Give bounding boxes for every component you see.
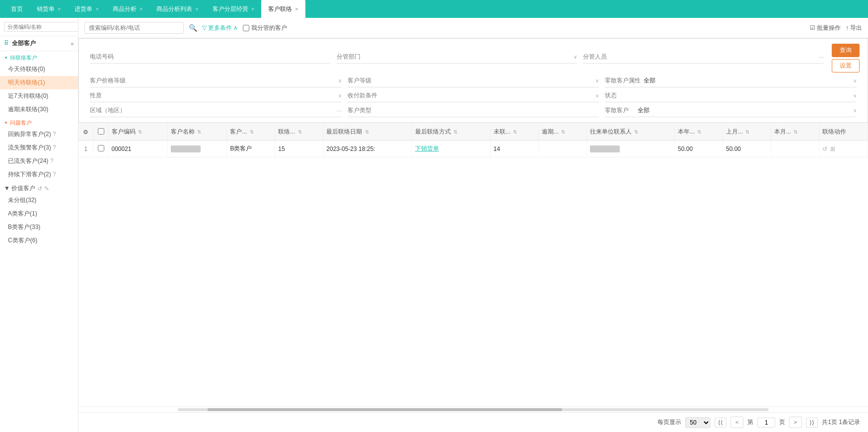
page-size-select[interactable]: 50 100 200 (685, 417, 711, 428)
filter-row-1: 电话号码 分管部门 ∨ 分管人员 ··· 查询 设置 (87, 44, 860, 72)
sidebar-item-declining[interactable]: 持续下滑客户(2) ? (0, 168, 78, 181)
dots-icon-2[interactable]: ··· (337, 107, 342, 114)
close-customer-contact-icon[interactable]: × (295, 6, 298, 12)
row-this-year: 50.00 (675, 141, 723, 157)
my-customers-checkbox[interactable] (243, 25, 249, 31)
nav-purchase[interactable]: 进货单 × (68, 0, 105, 18)
col-last-month[interactable]: 上月... ⇅ (723, 124, 771, 141)
sidebar-item-a-type[interactable]: A类客户(1) (0, 207, 78, 220)
chevron-down-icon-5[interactable]: ∨ (338, 93, 342, 98)
col-contact-count[interactable]: 联络... ⇅ (275, 124, 323, 141)
nav-product-analysis-list[interactable]: 商品分析列表 × (149, 0, 205, 18)
nav-sales[interactable]: 销货单 × (30, 0, 68, 18)
chevron-down-icon-3[interactable]: ∨ (595, 78, 599, 83)
export-icon: ↑ (846, 24, 849, 31)
my-customers-checkbox-label[interactable]: 我分管的客户 (243, 24, 287, 32)
prev-page-button[interactable]: ＜ (730, 417, 743, 428)
top-nav: 首页 销货单 × 进货单 × 商品分析 × 商品分析列表 × 客户分层经营 × … (0, 0, 868, 18)
nav-home[interactable]: 首页 (4, 0, 30, 18)
col-last-method[interactable]: 最后联络方式 ⇅ (412, 124, 490, 141)
nav-product-analysis[interactable]: 商品分析 × (106, 0, 149, 18)
chevron-up-icon: ∧ (233, 24, 238, 31)
sidebar-item-repurchase[interactable]: 回购异常客户(2) ? (0, 128, 78, 141)
chevron-down-icon[interactable]: ∨ (574, 54, 577, 60)
nav-customer-contact[interactable]: 客户联络 × (261, 0, 305, 18)
sidebar-item-churned[interactable]: 已流失客户(24) ? (0, 154, 78, 168)
col-this-month[interactable]: 本月... ⇅ (771, 124, 819, 141)
filter-price-tier: 客户价格等级 ∨ (90, 76, 342, 87)
nav-customer-tier[interactable]: 客户分层经营 × (206, 0, 261, 18)
close-sales-icon[interactable]: × (58, 6, 61, 12)
col-settings[interactable]: ⚙ (78, 124, 93, 141)
main-layout: 🔍 ⠿ 全部客户 « 待联络客户 今天待联络(0) 明天待联络(1) 近7天待联… (0, 18, 868, 432)
row-uncontacted: 14 (490, 141, 538, 157)
filter-area: 区域（地区） ··· (90, 106, 342, 117)
col-overdue[interactable]: 逾期... ⇅ (538, 124, 586, 141)
chevron-down-icon-6[interactable]: ∨ (595, 93, 599, 98)
sidebar-search-area: 🔍 (0, 18, 78, 36)
sidebar-search-input[interactable] (4, 22, 78, 32)
next-page-button[interactable]: ＞ (789, 417, 802, 428)
chevron-down-icon-7[interactable]: ∨ (853, 93, 857, 98)
close-product-analysis-list-icon[interactable]: × (195, 6, 198, 12)
export-button[interactable]: ↑ 导出 (846, 24, 862, 32)
row-checkbox-cell[interactable] (93, 141, 108, 157)
page-number-input[interactable] (757, 418, 775, 428)
row-last-date: 2023-05-23 18:25: (323, 141, 412, 157)
chevron-down-icon-4[interactable]: ∨ (853, 78, 857, 83)
filter-row-2: 客户价格等级 ∨ 客户等级 ∨ 零散客户属性 全部 ∨ (87, 76, 860, 87)
col-contact-person[interactable]: 往来单位联系人 ⇅ (586, 124, 674, 141)
close-customer-tier-icon[interactable]: × (251, 6, 254, 12)
table-row: 1 000021 B类客户 15 2023-05-23 18:25: 下销货单 … (78, 141, 868, 157)
last-page-button[interactable]: ⟩⟩ (806, 418, 818, 428)
close-product-analysis-icon[interactable]: × (140, 6, 143, 12)
filter-phone: 电话号码 (90, 53, 331, 64)
sidebar-item-c-type[interactable]: C类客户(6) (0, 234, 78, 247)
filter-icon: ▽ (202, 24, 207, 31)
sidebar-item-7days[interactable]: 近7天待联络(0) (0, 89, 78, 103)
sidebar: 🔍 ⠿ 全部客户 « 待联络客户 今天待联络(0) 明天待联络(1) 近7天待联… (0, 18, 78, 432)
query-button[interactable]: 查询 (832, 44, 860, 57)
dots-icon[interactable]: ··· (819, 54, 824, 61)
filter-row-3: 性质 ∨ 收付款条件 ∨ 状态 ∨ (87, 91, 860, 102)
sidebar-item-b-type[interactable]: B类客户(33) (0, 220, 78, 234)
more-conditions-button[interactable]: ▽ 更多条件 ∧ (202, 24, 238, 32)
filter-customer-type: 客户类型 (348, 106, 599, 117)
sidebar-item-churn-warning[interactable]: 流失预警客户(3) ? (0, 141, 78, 154)
col-this-year[interactable]: 本年... ⇅ (675, 124, 723, 141)
col-uncontacted[interactable]: 未联... ⇅ (490, 124, 538, 141)
select-all-checkbox[interactable] (98, 128, 104, 135)
sidebar-item-tomorrow[interactable]: 明天待联络(1) (0, 76, 78, 89)
content-area: 🔍 ▽ 更多条件 ∧ 我分管的客户 ☑ 批量操作 ↑ 导出 (78, 18, 868, 432)
row-last-month: 50.00 (723, 141, 771, 157)
first-page-button[interactable]: ⟨⟨ (715, 418, 726, 428)
sidebar-group-problem: 问题客户 (0, 116, 78, 128)
batch-op-button[interactable]: ☑ 批量操作 (810, 24, 841, 32)
settings-button[interactable]: 设置 (832, 59, 860, 72)
filter-customer-tier: 客户等级 ∨ (348, 76, 599, 87)
col-name[interactable]: 客户名称 ⇅ (167, 124, 226, 141)
chevron-down-icon-2[interactable]: ∨ (338, 78, 342, 83)
filter-retail-customer: 零散客户 全部 ∨ (605, 106, 857, 117)
chevron-down-icon-8[interactable]: ∨ (853, 108, 857, 113)
col-last-date[interactable]: 最后联络日期 ⇅ (323, 124, 412, 141)
row-this-month (771, 141, 819, 157)
search-input[interactable] (84, 22, 184, 34)
col-code[interactable]: 客户编码 ⇅ (108, 124, 167, 141)
sidebar-item-overdue[interactable]: 逾期未联络(30) (0, 103, 78, 116)
filter-status: 状态 ∨ (605, 91, 857, 102)
refresh-icon[interactable]: ↺ (822, 145, 827, 152)
filter-payment: 收付款条件 ∨ (348, 91, 599, 102)
grid-icon[interactable]: ⊞ (830, 145, 835, 152)
row-last-method[interactable]: 下销货单 (412, 141, 490, 157)
sidebar-item-ungrouped[interactable]: 未分组(32) (0, 194, 78, 207)
row-checkbox[interactable] (98, 145, 104, 151)
col-type[interactable]: 客户... ⇅ (227, 124, 275, 141)
filter-search-icon[interactable]: 🔍 (189, 24, 197, 32)
close-purchase-icon[interactable]: × (95, 6, 98, 12)
sidebar-item-today[interactable]: 今天待联络(0) (0, 63, 78, 76)
sidebar-all-customers[interactable]: ⠿ 全部客户 « (0, 36, 78, 51)
filter-nature: 性质 ∨ (90, 91, 342, 102)
col-checkbox[interactable] (93, 124, 108, 141)
filter-actions: 查询 设置 (832, 44, 860, 72)
